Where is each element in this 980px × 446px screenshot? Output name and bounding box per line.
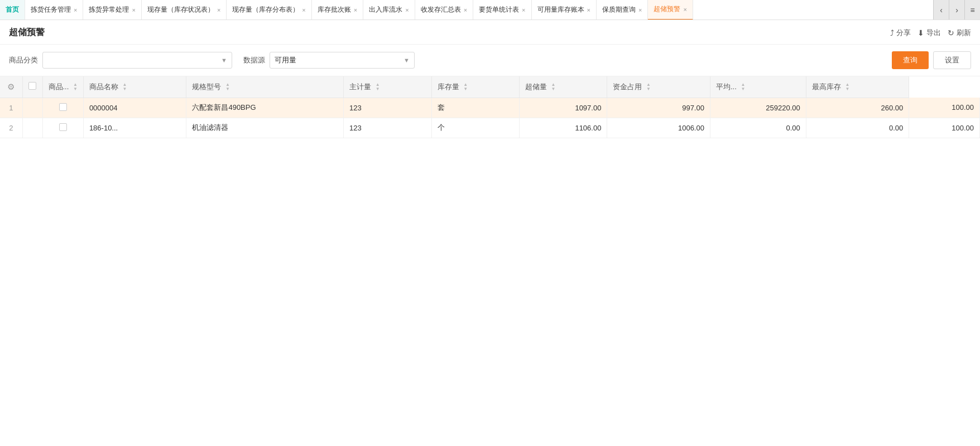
col-header-spec[interactable]: 规格型号 ▲ ▼ bbox=[186, 76, 344, 98]
settings-button[interactable]: 设置 bbox=[933, 51, 971, 69]
sort-icons: ▲ ▼ bbox=[646, 83, 651, 91]
nav-tab-inventory-status[interactable]: 现存量（库存状况表） × bbox=[142, 0, 227, 20]
nav-menu-button[interactable]: ≡ bbox=[964, 0, 980, 20]
col-header-capital-occ[interactable]: 资金占用 ▲ ▼ bbox=[607, 76, 710, 98]
nav-arrows: ‹ › ≡ bbox=[933, 0, 980, 20]
nav-tab-abnormal-proc[interactable]: 拣货异常处理 × bbox=[83, 0, 141, 20]
col-header-unit[interactable]: 主计量 ▲ ▼ bbox=[344, 76, 431, 98]
nav-tab-receive-send-label: 收发存汇总表 bbox=[421, 5, 461, 14]
nav-tab-receive-send[interactable]: 收发存汇总表 × bbox=[415, 0, 473, 20]
nav-tab-overstock-alert-label: 超储预警 bbox=[654, 4, 680, 14]
nav-tab-home[interactable]: 首页 bbox=[0, 0, 25, 20]
top-navigation: 首页 拣货任务管理 × 拣货异常处理 × 现存量（库存状况表） × 现存量（库存… bbox=[0, 0, 980, 20]
sort-down-icon: ▼ bbox=[845, 87, 849, 91]
nav-prev-button[interactable]: ‹ bbox=[933, 0, 949, 20]
row-settings-cell bbox=[22, 98, 42, 118]
gear-icon[interactable]: ⚙ bbox=[7, 82, 15, 91]
row-avg-price: 260.00 bbox=[806, 98, 909, 118]
col-header-stock-qty[interactable]: 库存量 ▲ ▼ bbox=[431, 76, 519, 98]
col-header-max-stock-label: 最高库存 bbox=[812, 83, 841, 91]
category-filter: 商品分类 ▼ bbox=[9, 52, 232, 69]
nav-tab-in-out-flow[interactable]: 出入库流水 × bbox=[363, 0, 415, 20]
row-unit: 个 bbox=[431, 118, 519, 138]
row-spec: 123 bbox=[344, 118, 431, 138]
row-product-code: 0000004 bbox=[83, 98, 186, 118]
chevron-down-icon: ▼ bbox=[403, 57, 410, 64]
col-header-settings: ⚙ bbox=[0, 76, 22, 98]
close-icon[interactable]: × bbox=[464, 7, 467, 13]
category-select[interactable]: ▼ bbox=[42, 52, 232, 69]
table-row[interactable]: 1 0000004 六配套新昌490BPG 123 套 1097.00 997.… bbox=[0, 98, 980, 118]
close-icon[interactable]: × bbox=[217, 7, 220, 13]
row-checkbox[interactable] bbox=[59, 123, 67, 131]
nav-tab-task-mgmt-label: 拣货任务管理 bbox=[31, 5, 71, 14]
nav-tab-expiry-check-label: 保质期查询 bbox=[602, 5, 636, 14]
row-checkbox[interactable] bbox=[59, 103, 67, 111]
row-avg-price: 0.00 bbox=[806, 118, 909, 138]
nav-tab-in-out-flow-label: 出入库流水 bbox=[369, 5, 402, 14]
col-header-product-code-label: 商品... bbox=[49, 83, 69, 91]
sort-icons: ▲ ▼ bbox=[741, 83, 745, 91]
close-icon[interactable]: × bbox=[74, 7, 77, 13]
row-index: 2 bbox=[0, 118, 22, 138]
nav-tab-home-label: 首页 bbox=[6, 5, 19, 14]
filter-actions: 查询 设置 bbox=[892, 51, 971, 69]
nav-tab-task-mgmt[interactable]: 拣货任务管理 × bbox=[25, 0, 83, 20]
query-button[interactable]: 查询 bbox=[892, 51, 929, 69]
col-header-avg-price-label: 平均... bbox=[716, 83, 737, 91]
col-header-stock-qty-label: 库存量 bbox=[438, 83, 459, 91]
col-header-product-name-label: 商品名称 bbox=[89, 83, 118, 91]
table-body: 1 0000004 六配套新昌490BPG 123 套 1097.00 997.… bbox=[0, 98, 980, 138]
header-checkbox[interactable] bbox=[28, 82, 36, 90]
row-product-code: 186-10... bbox=[83, 118, 186, 138]
nav-tab-demand-stats[interactable]: 要货单统计表 × bbox=[473, 0, 531, 20]
col-header-unit-label: 主计量 bbox=[349, 83, 371, 91]
col-header-capital-occ-label: 资金占用 bbox=[613, 83, 642, 91]
sort-icons: ▲ ▼ bbox=[463, 83, 468, 91]
col-header-overstock-qty[interactable]: 超储量 ▲ ▼ bbox=[519, 76, 607, 98]
datasource-select[interactable]: 可用量 ▼ bbox=[270, 52, 415, 69]
data-table-container: ⚙ 商品... ▲ ▼ 商品名称 bbox=[0, 76, 980, 138]
col-header-max-stock[interactable]: 最高库存 ▲ ▼ bbox=[806, 76, 909, 98]
share-button[interactable]: ⤴ 分享 bbox=[890, 28, 911, 38]
nav-tab-batch-account-label: 库存批次账 bbox=[318, 5, 351, 14]
col-header-product-code[interactable]: 商品... ▲ ▼ bbox=[42, 76, 83, 98]
nav-tab-overstock-alert[interactable]: 超储预警 × bbox=[648, 0, 693, 20]
row-stock-qty: 1097.00 bbox=[519, 98, 607, 118]
close-icon[interactable]: × bbox=[405, 7, 409, 13]
nav-tab-expiry-check[interactable]: 保质期查询 × bbox=[597, 0, 648, 20]
close-icon[interactable]: × bbox=[587, 7, 590, 13]
col-header-product-name[interactable]: 商品名称 ▲ ▼ bbox=[83, 76, 186, 98]
close-icon[interactable]: × bbox=[683, 6, 686, 13]
sort-down-icon: ▼ bbox=[463, 87, 468, 91]
col-header-overstock-qty-label: 超储量 bbox=[525, 83, 547, 91]
refresh-button[interactable]: ↻ 刷新 bbox=[948, 28, 971, 38]
row-spec: 123 bbox=[344, 98, 431, 118]
table-row[interactable]: 2 186-10... 机油滤清器 123 个 1106.00 1006.00 … bbox=[0, 118, 980, 138]
col-header-checkbox bbox=[22, 76, 42, 98]
share-icon: ⤴ bbox=[890, 28, 894, 37]
sort-down-icon: ▼ bbox=[551, 87, 556, 91]
header-actions: ⤴ 分享 ⬇ 导出 ↻ 刷新 bbox=[890, 28, 971, 38]
row-checkbox-cell bbox=[42, 118, 83, 138]
sort-down-icon: ▼ bbox=[225, 87, 230, 91]
col-header-avg-price[interactable]: 平均... ▲ ▼ bbox=[710, 76, 806, 98]
nav-tab-inventory-dist[interactable]: 现存量（库存分布表） × bbox=[227, 0, 311, 20]
close-icon[interactable]: × bbox=[354, 7, 357, 13]
close-icon[interactable]: × bbox=[132, 7, 135, 13]
sort-icons: ▲ ▼ bbox=[551, 83, 556, 91]
col-header-spec-label: 规格型号 bbox=[192, 83, 221, 91]
nav-tab-batch-account[interactable]: 库存批次账 × bbox=[312, 0, 363, 20]
close-icon[interactable]: × bbox=[302, 7, 305, 13]
nav-next-button[interactable]: › bbox=[949, 0, 964, 20]
close-icon[interactable]: × bbox=[638, 7, 642, 13]
page-content: 超储预警 ⤴ 分享 ⬇ 导出 ↻ 刷新 商品分类 ▼ 数据源 bbox=[0, 20, 980, 446]
row-overstock-qty: 997.00 bbox=[607, 98, 710, 118]
close-icon[interactable]: × bbox=[522, 7, 525, 13]
nav-tab-available-account[interactable]: 可用量库存账本 × bbox=[532, 0, 597, 20]
nav-tab-inventory-status-label: 现存量（库存状况表） bbox=[147, 5, 214, 14]
datasource-label: 数据源 bbox=[243, 55, 265, 65]
sort-icons: ▲ ▼ bbox=[225, 83, 230, 91]
row-checkbox-cell bbox=[42, 98, 83, 118]
export-button[interactable]: ⬇ 导出 bbox=[917, 28, 941, 38]
